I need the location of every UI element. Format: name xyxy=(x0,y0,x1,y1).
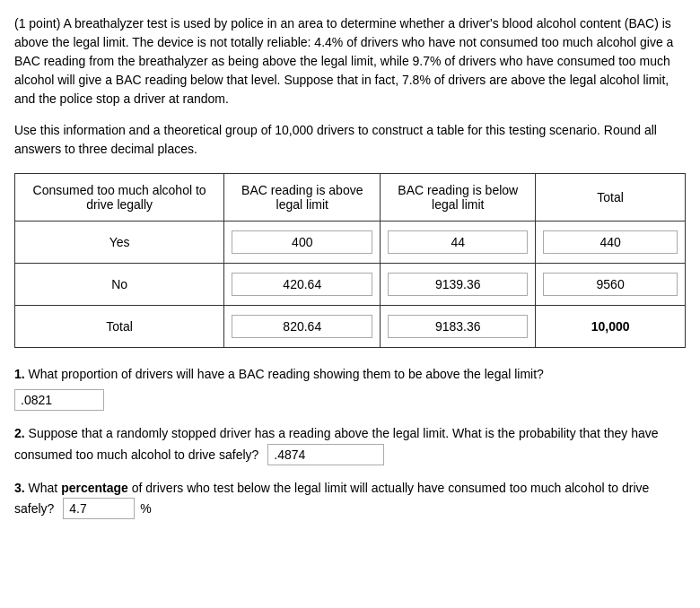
row-yes-total-input[interactable] xyxy=(543,230,678,254)
q3-suffix: % xyxy=(140,501,151,516)
q3-bold-text: percentage xyxy=(61,481,132,495)
instruction-paragraph: Use this information and a theoretical g… xyxy=(14,121,686,159)
q2-answer-input[interactable] xyxy=(267,444,384,465)
row-yes-col2-input[interactable] xyxy=(232,230,372,254)
row-total-col3-input[interactable] xyxy=(388,315,528,338)
data-table: Consumed too much alcohol to drive legal… xyxy=(14,173,686,348)
row-total-total-value: 10,000 xyxy=(591,319,630,334)
row-yes-col3[interactable] xyxy=(381,221,536,264)
row-no-col3-input[interactable] xyxy=(388,273,528,296)
q3-number: 3. xyxy=(14,481,25,495)
table-row-total: Total 10,000 xyxy=(15,306,686,348)
row-total-col3[interactable] xyxy=(381,306,536,348)
question-1: 1. What proportion of drivers will have … xyxy=(14,364,686,411)
table-row-no: No xyxy=(15,264,686,306)
q3-text-before: What xyxy=(29,481,58,495)
table-row-yes: Yes xyxy=(15,221,686,264)
q1-number: 1. xyxy=(14,367,25,381)
q2-number: 2. xyxy=(14,426,25,440)
row-total-col2[interactable] xyxy=(224,306,381,348)
row-yes-label: Yes xyxy=(15,221,224,264)
q3-answer-input[interactable] xyxy=(63,498,135,519)
q1-answer-input[interactable] xyxy=(14,389,104,411)
row-yes-col2[interactable] xyxy=(224,221,381,264)
row-no-total-input[interactable] xyxy=(543,273,678,296)
intro-paragraph: (1 point) A breathalyzer test is used by… xyxy=(14,14,686,109)
row-no-total[interactable] xyxy=(536,264,686,306)
question-3: 3. What percentage of drivers who test b… xyxy=(14,478,686,519)
intro-text: (1 point) A breathalyzer test is used by… xyxy=(14,16,673,106)
col4-header: Total xyxy=(536,174,686,221)
row-yes-col3-input[interactable] xyxy=(388,230,528,254)
instruction-text: Use this information and a theoretical g… xyxy=(14,123,657,156)
row-total-label: Total xyxy=(15,306,224,348)
row-no-col2-input[interactable] xyxy=(232,273,372,296)
q1-text: What proportion of drivers will have a B… xyxy=(29,367,544,381)
row-no-col2[interactable] xyxy=(224,264,381,306)
row-yes-total[interactable] xyxy=(536,221,686,264)
col2-header: BAC reading is above legal limit xyxy=(224,174,381,221)
row-total-total: 10,000 xyxy=(536,306,686,348)
row-no-label: No xyxy=(15,264,224,306)
row-no-col3[interactable] xyxy=(381,264,536,306)
col1-header: Consumed too much alcohol to drive legal… xyxy=(15,174,224,221)
question-2: 2. Suppose that a randomly stopped drive… xyxy=(14,423,686,465)
row-total-col2-input[interactable] xyxy=(232,315,372,338)
col3-header: BAC reading is below legal limit xyxy=(381,174,536,221)
